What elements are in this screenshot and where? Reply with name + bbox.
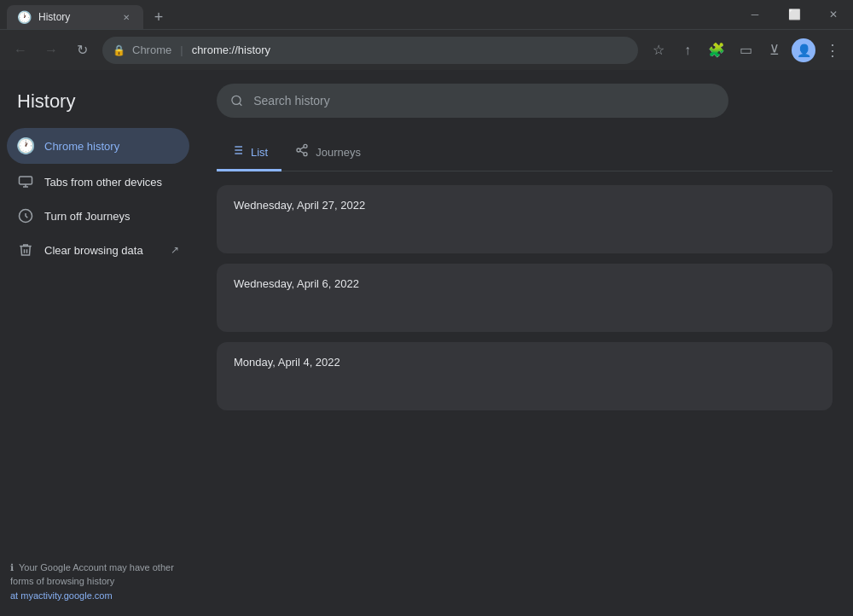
footer-link[interactable]: at myactivity.google.com: [10, 590, 113, 601]
toolbar: ← → ↻ 🔒 Chrome | chrome://history ☆ ↑ 🧩 …: [0, 29, 853, 70]
tab-close-button[interactable]: ✕: [119, 10, 133, 24]
svg-line-13: [300, 147, 305, 149]
sidebar-header: History: [7, 84, 189, 126]
svg-point-10: [297, 148, 300, 152]
main-content: History 🕐 Chrome history Tabs from other…: [0, 70, 853, 616]
info-icon: ℹ: [10, 561, 14, 575]
tab-favicon: 🕐: [17, 10, 32, 24]
history-section-1: Wednesday, April 6, 2022: [217, 264, 833, 332]
search-container: [217, 84, 833, 118]
sidebar-item-label: Turn off Journeys: [44, 210, 130, 223]
sidebar-item-chrome-history[interactable]: 🕐 Chrome history: [7, 128, 189, 164]
tab-title: History: [38, 11, 113, 23]
sidebar-item-clear-browsing-data[interactable]: Clear browsing data ↗: [7, 234, 189, 266]
clock-icon: 🕐: [17, 137, 34, 155]
close-button[interactable]: ✕: [814, 0, 853, 29]
back-button[interactable]: ←: [7, 37, 34, 64]
search-wrapper[interactable]: [217, 84, 728, 118]
svg-point-9: [304, 144, 307, 148]
reload-button[interactable]: ↻: [68, 37, 96, 64]
page-area: List Journeys Wednesday, April 27, 2022: [196, 70, 853, 616]
page-tabs: List Journeys: [217, 135, 833, 171]
tab-list-label: List: [251, 146, 268, 159]
sidebar-item-tabs-other-devices[interactable]: Tabs from other devices: [7, 166, 189, 198]
list-icon: [230, 143, 244, 160]
titlebar: 🕐 History ✕ + ─ ⬜ ✕: [0, 0, 853, 29]
address-origin: Chrome: [132, 44, 171, 56]
menu-button[interactable]: ⋮: [819, 37, 846, 64]
tab-list[interactable]: List: [217, 135, 281, 171]
external-link-icon: ↗: [171, 244, 179, 256]
tab-search-button[interactable]: ⊻: [761, 37, 788, 64]
address-url: chrome://history: [192, 44, 270, 56]
cast-button[interactable]: ▭: [732, 37, 759, 64]
svg-line-12: [300, 151, 305, 154]
address-divider: |: [180, 44, 183, 56]
extension-button[interactable]: 🧩: [703, 37, 730, 64]
toolbar-actions: ☆ ↑ 🧩 ▭ ⊻ 👤 ⋮: [645, 37, 846, 64]
minimize-button[interactable]: ─: [735, 0, 775, 29]
journeys-tab-icon: [295, 143, 309, 160]
devices-icon: [17, 174, 34, 189]
sidebar-item-label: Clear browsing data: [44, 244, 143, 257]
footer-text: Your Google Account may have other forms…: [10, 562, 174, 587]
history-section-2: Monday, April 4, 2022: [217, 342, 833, 410]
sidebar-item-label: Chrome history: [44, 140, 119, 153]
tab-journeys[interactable]: Journeys: [281, 135, 374, 171]
history-date-0: Wednesday, April 27, 2022: [234, 199, 815, 212]
new-tab-button[interactable]: +: [147, 5, 171, 29]
history-date-1: Wednesday, April 6, 2022: [234, 277, 815, 290]
sidebar-item-turn-off-journeys[interactable]: Turn off Journeys: [7, 200, 189, 232]
restore-button[interactable]: ⬜: [775, 0, 814, 29]
history-section-0: Wednesday, April 27, 2022: [217, 185, 833, 253]
svg-point-11: [304, 153, 307, 156]
profile-button[interactable]: 👤: [792, 38, 815, 62]
share-button[interactable]: ↑: [674, 37, 701, 64]
svg-point-2: [232, 96, 241, 104]
sidebar-footer: ℹ Your Google Account may have other for…: [10, 561, 186, 603]
sidebar: History 🕐 Chrome history Tabs from other…: [0, 70, 196, 616]
page-title: History: [17, 90, 75, 113]
window-controls: ─ ⬜ ✕: [735, 0, 853, 29]
tab-journeys-label: Journeys: [316, 146, 361, 159]
bookmark-button[interactable]: ☆: [645, 37, 672, 64]
browser-tab[interactable]: 🕐 History ✕: [7, 5, 143, 29]
forward-button[interactable]: →: [38, 37, 65, 64]
sidebar-item-label: Tabs from other devices: [44, 176, 162, 189]
address-bar[interactable]: 🔒 Chrome | chrome://history: [102, 37, 638, 64]
search-input[interactable]: [253, 94, 715, 108]
history-date-2: Monday, April 4, 2022: [234, 356, 815, 369]
journeys-icon: [17, 208, 34, 224]
trash-icon: [17, 242, 34, 258]
tabs-area: 🕐 History ✕ +: [0, 0, 171, 29]
search-icon: [230, 94, 243, 108]
address-lock-icon: 🔒: [113, 44, 125, 56]
svg-rect-0: [20, 177, 32, 184]
